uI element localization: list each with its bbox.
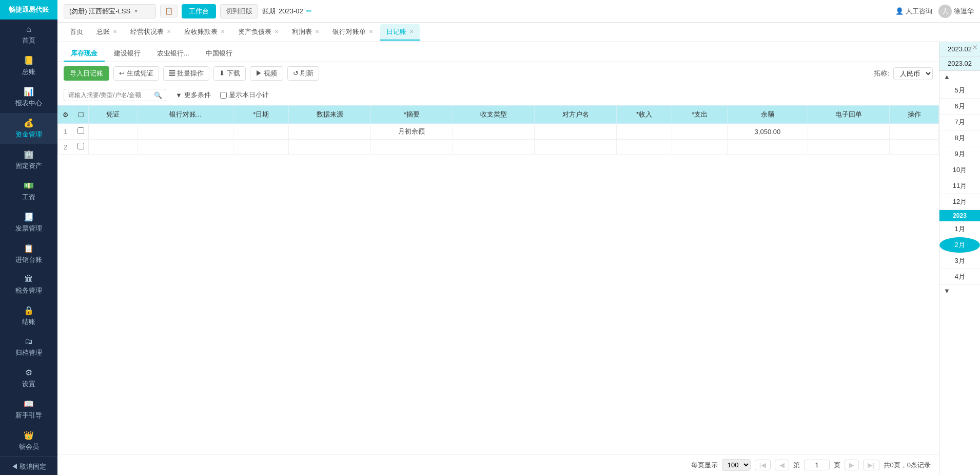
sidebar-item-tax[interactable]: 🏛 税务管理 xyxy=(0,270,57,300)
month-8[interactable]: 8月 xyxy=(939,130,980,146)
month-2-active[interactable]: 2月 xyxy=(939,237,980,253)
sidebar-item-assets-mgmt[interactable]: 💰 资金管理 xyxy=(0,113,57,144)
sidebar-item-fixed-assets[interactable]: 🏢 固定资产 xyxy=(0,144,57,176)
more-conditions-button[interactable]: ▼ 更多条件 xyxy=(171,88,215,102)
chevron-up-icon[interactable]: ▲ xyxy=(944,73,950,81)
col-balance: 余额 xyxy=(728,106,808,124)
cell-income xyxy=(616,124,672,140)
copy-button[interactable]: 📋 xyxy=(160,5,178,17)
month-3[interactable]: 3月 xyxy=(939,253,980,269)
sidebar-item-closing[interactable]: 🔒 结账 xyxy=(0,300,57,332)
sidebar-item-label: 工资 xyxy=(22,193,35,202)
panel-nav-prev[interactable]: ▲ xyxy=(939,71,980,83)
search-wrap: 🔍 xyxy=(64,89,166,101)
cell-operation xyxy=(890,140,939,155)
cell-cash-type xyxy=(453,140,535,155)
bank-tab-construction[interactable]: 建设银行 xyxy=(107,46,148,62)
cell-check[interactable] xyxy=(73,124,89,140)
generate-voucher-button[interactable]: ↩ 生成凭证 xyxy=(113,66,159,81)
month-12[interactable]: 12月 xyxy=(939,194,980,210)
company-selector[interactable]: (勿册) 江西韶宝-LSS ▼ xyxy=(64,4,156,18)
chevron-down-icon[interactable]: ▼ xyxy=(944,287,950,295)
tab-journal[interactable]: 日记账 ✕ xyxy=(380,24,420,41)
tab-close-icon[interactable]: ✕ xyxy=(167,29,171,34)
sidebar-item-sales[interactable]: 📋 进销台账 xyxy=(0,238,57,270)
month-9[interactable]: 9月 xyxy=(939,146,980,162)
user-profile-button[interactable]: 人 徐逗华 xyxy=(938,5,974,18)
period-edit-icon[interactable]: ✏ xyxy=(306,7,312,15)
daily-subtotal-check[interactable] xyxy=(220,92,227,99)
sidebar-item-reports[interactable]: 📊 报表中心 xyxy=(0,82,57,113)
period-switch-button[interactable]: 切到旧版 xyxy=(220,4,258,18)
import-journal-button[interactable]: 导入日记账 xyxy=(64,66,109,81)
sidebar-item-invoice[interactable]: 🧾 发票管理 xyxy=(0,207,57,238)
tab-accounts-receivable[interactable]: 应收账款表 ✕ xyxy=(178,24,231,41)
show-daily-subtotal-checkbox[interactable]: 显示本日小计 xyxy=(220,90,269,100)
col-settings[interactable]: ⚙ xyxy=(58,106,73,124)
cell-check[interactable] xyxy=(73,140,89,155)
tab-close-icon[interactable]: ✕ xyxy=(113,29,117,34)
cell-voucher xyxy=(89,124,138,140)
sidebar-item-guide[interactable]: 📖 新手引导 xyxy=(0,394,57,425)
prev-page-button[interactable]: ◀ xyxy=(775,460,789,470)
service-icon: 👤 xyxy=(895,7,904,15)
row-checkbox[interactable] xyxy=(77,143,84,149)
ledger-icon: 📒 xyxy=(24,55,34,65)
bank-tab-china[interactable]: 中国银行 xyxy=(199,46,240,62)
row-checkbox[interactable] xyxy=(77,127,84,134)
tab-home[interactable]: 首页 xyxy=(64,24,89,41)
user-service-button[interactable]: 👤 人工咨询 xyxy=(895,7,932,16)
tab-close-icon[interactable]: ✕ xyxy=(315,29,319,34)
workbench-button[interactable]: 工作台 xyxy=(182,4,216,18)
tab-business-status[interactable]: 经营状况表 ✕ xyxy=(124,24,177,41)
unpin-sidebar-button[interactable]: ◀ 取消固定 xyxy=(0,457,57,475)
search-icon[interactable]: 🔍 xyxy=(154,91,162,99)
invoice-icon: 🧾 xyxy=(24,212,34,222)
filter-icon: ▼ xyxy=(175,91,182,99)
col-check[interactable]: ☐ xyxy=(73,106,89,124)
page-size-select[interactable]: 100 50 200 xyxy=(722,459,751,471)
sidebar-item-ledger[interactable]: 📒 总账 xyxy=(0,50,57,82)
tab-profit-loss[interactable]: 利润表 ✕ xyxy=(286,24,325,41)
sidebar-item-payroll[interactable]: 💵 工资 xyxy=(0,176,57,207)
month-4[interactable]: 4月 xyxy=(939,269,980,285)
app-logo: 畅捷通易代账 xyxy=(0,0,57,20)
tab-bank-reconciliation[interactable]: 银行对账单 ✕ xyxy=(326,24,379,41)
currency-prefix: 拓称: xyxy=(874,69,889,78)
tab-close-icon[interactable]: ✕ xyxy=(409,29,414,34)
month-6[interactable]: 6月 xyxy=(939,99,980,115)
bank-tab-agriculture[interactable]: 农业银行... xyxy=(150,46,197,62)
tab-close-icon[interactable]: ✕ xyxy=(275,29,279,34)
month-7[interactable]: 7月 xyxy=(939,115,980,130)
sidebar-item-home[interactable]: ⌂ 首页 xyxy=(0,20,57,50)
last-page-button[interactable]: ▶| xyxy=(863,460,879,470)
page-input[interactable] xyxy=(804,460,830,470)
month-10[interactable]: 10月 xyxy=(939,162,980,178)
sidebar-item-settings[interactable]: ⚙ 设置 xyxy=(0,363,57,394)
bank-tab-cash[interactable]: 库存现金 xyxy=(64,46,105,62)
sidebar-item-vip[interactable]: 👑 畅会员 xyxy=(0,425,57,457)
currency-select[interactable]: 人民币 美元 欧元 xyxy=(893,67,933,80)
tab-close-icon[interactable]: ✕ xyxy=(221,29,225,34)
tab-ledger[interactable]: 总账 ✕ xyxy=(90,24,123,41)
month-11[interactable]: 11月 xyxy=(939,178,980,194)
total-info: 共0页，0条记录 xyxy=(884,461,931,470)
tab-close-icon[interactable]: ✕ xyxy=(369,29,373,34)
panel-header-2[interactable]: 2023.02 xyxy=(939,56,980,71)
video-button[interactable]: ▶ 视频 xyxy=(250,66,283,81)
cell-counterparty xyxy=(535,124,617,140)
next-page-button[interactable]: ▶ xyxy=(845,460,859,470)
month-1[interactable]: 1月 xyxy=(939,221,980,237)
download-button[interactable]: ⬇ 下载 xyxy=(213,66,246,81)
col-voucher: 凭证 xyxy=(89,106,138,124)
col-counterparty: 对方户名 xyxy=(535,106,617,124)
search-input[interactable] xyxy=(64,89,166,101)
tab-assets-liabilities[interactable]: 资产负债表 ✕ xyxy=(232,24,285,41)
refresh-button[interactable]: ↺ 刷新 xyxy=(287,66,320,81)
panel-close-button[interactable]: ✕ xyxy=(972,43,978,51)
sidebar-item-archive[interactable]: 🗂 归档管理 xyxy=(0,332,57,363)
month-5[interactable]: 5月 xyxy=(939,83,980,99)
batch-op-button[interactable]: ☰ 批量操作 xyxy=(163,66,210,81)
first-page-button[interactable]: |◀ xyxy=(755,460,771,470)
panel-nav-next[interactable]: ▼ xyxy=(939,285,980,297)
